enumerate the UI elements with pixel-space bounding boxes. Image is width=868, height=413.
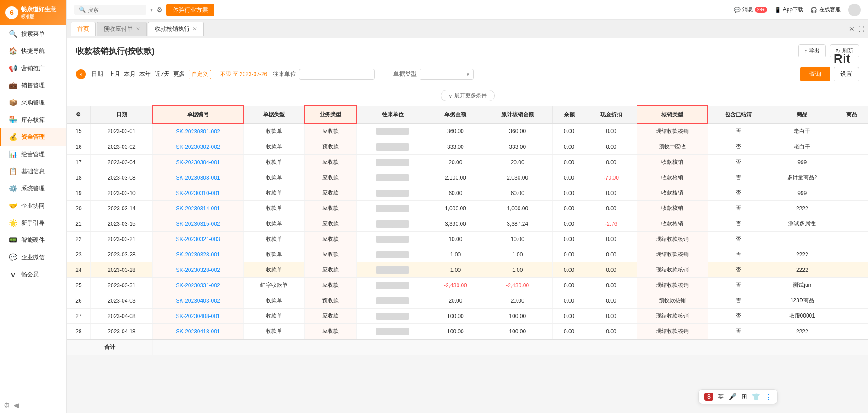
tab-maximize-icon[interactable]: ⛶ bbox=[858, 25, 864, 33]
ime-keyboard-icon[interactable]: ⊞ bbox=[741, 393, 747, 401]
row-cancel-type: 收款核销 bbox=[637, 201, 708, 216]
sidebar-item-guide[interactable]: 🌟 新手引导 bbox=[0, 214, 66, 232]
date-this-month[interactable]: 本月 bbox=[124, 70, 136, 78]
user-avatar[interactable] bbox=[848, 4, 861, 16]
doc-no-link[interactable]: SK-20230310-001 bbox=[176, 190, 220, 196]
sidebar-item-inventory[interactable]: 🏪 库存核算 bbox=[0, 111, 66, 128]
solution-button[interactable]: 体验行业方案 bbox=[166, 4, 214, 16]
ime-mic-icon[interactable]: 🎤 bbox=[728, 393, 737, 401]
settings-bottom-icon[interactable]: ⚙ bbox=[4, 401, 10, 409]
doc-no-link[interactable]: SK-20230314-001 bbox=[176, 205, 220, 212]
topbar-right: 💬 消息 99+ 📱 App下载 🎧 在线客服 bbox=[734, 4, 861, 16]
filter-expand-button[interactable]: » bbox=[76, 69, 86, 79]
row-biz-type: 预收款 bbox=[304, 139, 357, 155]
search-input[interactable] bbox=[88, 7, 133, 13]
online-service-item[interactable]: 🎧 在线客服 bbox=[811, 6, 841, 14]
row-cash-discount: 0.00 bbox=[585, 278, 637, 293]
doc-no-link[interactable]: SK-20230315-002 bbox=[176, 221, 220, 227]
sidebar-item-member[interactable]: V 畅会员 bbox=[0, 266, 66, 283]
sidebar-item-enterprise[interactable]: 🤝 企业协同 bbox=[0, 197, 66, 214]
export-button[interactable]: ↑ 导出 bbox=[798, 44, 826, 57]
row-biz-type: 应收款 bbox=[304, 278, 357, 293]
row-include-settled: 否 bbox=[708, 123, 769, 139]
doc-no-link[interactable]: SK-20230321-003 bbox=[176, 236, 220, 242]
row-cumulative: 333.00 bbox=[482, 139, 553, 155]
tab-collection[interactable]: 收款核销执行 ✕ bbox=[148, 22, 204, 36]
row-num: 22 bbox=[67, 232, 90, 247]
row-amount: 3,390.00 bbox=[429, 216, 482, 232]
topbar-gear-icon[interactable]: ⚙ bbox=[156, 5, 163, 14]
receipt-type-select-wrap bbox=[420, 69, 474, 80]
row-goods: 老白干 bbox=[769, 139, 835, 155]
counterpart-input[interactable] bbox=[299, 69, 375, 80]
collapse-icon[interactable]: ◀ bbox=[14, 401, 19, 409]
doc-no-link[interactable]: SK-20230302-002 bbox=[176, 144, 220, 150]
app-download-item[interactable]: 📱 App下载 bbox=[774, 6, 803, 14]
doc-no-link[interactable]: SK-20230331-002 bbox=[176, 282, 220, 289]
ime-more-icon[interactable]: ⋮ bbox=[765, 393, 772, 401]
ime-lang-label[interactable]: 英 bbox=[718, 393, 724, 401]
table-row: 20 2023-03-14 SK-20230314-001 收款单 应收款 ██… bbox=[67, 201, 868, 216]
date-more[interactable]: 更多 bbox=[173, 70, 185, 78]
topbar-search[interactable]: 🔍 bbox=[74, 5, 146, 15]
date-7days[interactable]: 近7天 bbox=[155, 70, 170, 78]
sidebar-item-basic[interactable]: 📋 基础信息 bbox=[0, 163, 66, 180]
doc-no-link[interactable]: SK-20230308-001 bbox=[176, 175, 220, 181]
row-biz-type: 应收款 bbox=[304, 247, 357, 262]
ime-shirt-icon[interactable]: 👕 bbox=[752, 393, 760, 401]
message-icon: 💬 bbox=[734, 7, 741, 13]
sidebar-item-marketing[interactable]: 📢 营销推广 bbox=[0, 60, 66, 77]
dropdown-arrow[interactable]: ▾ bbox=[150, 7, 153, 13]
clipboard-icon: 📋 bbox=[9, 167, 18, 176]
expand-more-button[interactable]: ∨ 展开更多条件 bbox=[441, 90, 495, 101]
doc-no-link[interactable]: SK-20230328-002 bbox=[176, 267, 220, 273]
col-cash-discount: 现金折扣 bbox=[585, 106, 637, 123]
query-button[interactable]: 查询 bbox=[800, 67, 830, 81]
row-cancel-type: 现结收款核销 bbox=[637, 262, 708, 278]
sidebar-item-quick[interactable]: 🏠 快捷导航 bbox=[0, 43, 66, 60]
sidebar-item-sales[interactable]: 💼 销售管理 bbox=[0, 77, 66, 94]
settings-icon[interactable]: ⚙ bbox=[76, 111, 81, 118]
tab-prepay-close[interactable]: ✕ bbox=[136, 26, 140, 32]
tab-close-icon[interactable]: ✕ bbox=[849, 25, 854, 33]
sidebar-item-hardware[interactable]: 📟 智能硬件 bbox=[0, 232, 66, 249]
row-num: 24 bbox=[67, 262, 90, 278]
custom-date-button[interactable]: 自定义 bbox=[189, 70, 211, 79]
date-this-year[interactable]: 本年 bbox=[139, 70, 151, 78]
row-cancel-type: 收款核销 bbox=[637, 170, 708, 185]
row-doc-type: 收款单 bbox=[243, 155, 304, 170]
row-doc-no: SK-20230408-001 bbox=[153, 309, 243, 324]
row-amount: 100.00 bbox=[429, 324, 482, 340]
row-balance: 0.00 bbox=[553, 324, 585, 340]
receipt-type-select[interactable] bbox=[420, 69, 474, 80]
col-goods2: 商品 bbox=[835, 106, 868, 123]
row-num: 20 bbox=[67, 201, 90, 216]
doc-no-link[interactable]: SK-20230418-001 bbox=[176, 328, 220, 335]
row-doc-no: SK-20230302-002 bbox=[153, 139, 243, 155]
row-cancel-type: 现结收款核销 bbox=[637, 324, 708, 340]
messages-item[interactable]: 💬 消息 99+ bbox=[734, 6, 767, 14]
row-balance: 0.00 bbox=[553, 309, 585, 324]
doc-no-link[interactable]: SK-20230328-001 bbox=[176, 252, 220, 258]
setting-button[interactable]: 设置 bbox=[834, 67, 859, 81]
row-cash-discount: 0.00 bbox=[585, 123, 637, 139]
doc-no-link[interactable]: SK-20230408-001 bbox=[176, 313, 220, 319]
doc-no-link[interactable]: SK-20230304-001 bbox=[176, 159, 220, 166]
tab-collection-close[interactable]: ✕ bbox=[193, 26, 197, 32]
row-counterpart: ████ bbox=[357, 324, 429, 340]
sidebar-item-system[interactable]: ⚙️ 系统管理 bbox=[0, 180, 66, 197]
sidebar-item-operations[interactable]: 📊 经营管理 bbox=[0, 146, 66, 163]
doc-no-link[interactable]: SK-20230403-002 bbox=[176, 298, 220, 304]
doc-no-link[interactable]: SK-20230301-002 bbox=[176, 128, 220, 135]
sidebar-item-wechat[interactable]: 💬 企业微信 bbox=[0, 249, 66, 266]
row-cumulative: 20.00 bbox=[482, 293, 553, 309]
sidebar-item-finance[interactable]: 💰 资金管理 bbox=[0, 128, 66, 146]
row-counterpart: ████ bbox=[357, 232, 429, 247]
date-last-month[interactable]: 上月 bbox=[108, 70, 120, 78]
row-doc-type: 收款单 bbox=[243, 262, 304, 278]
tab-prepay[interactable]: 预收应付单 ✕ bbox=[97, 22, 147, 36]
tab-home[interactable]: 首页 bbox=[71, 22, 96, 36]
sidebar-item-search[interactable]: 🔍 搜索菜单 bbox=[0, 25, 66, 43]
col-settings[interactable]: ⚙ bbox=[67, 106, 90, 123]
sidebar-item-purchase[interactable]: 📦 采购管理 bbox=[0, 94, 66, 111]
